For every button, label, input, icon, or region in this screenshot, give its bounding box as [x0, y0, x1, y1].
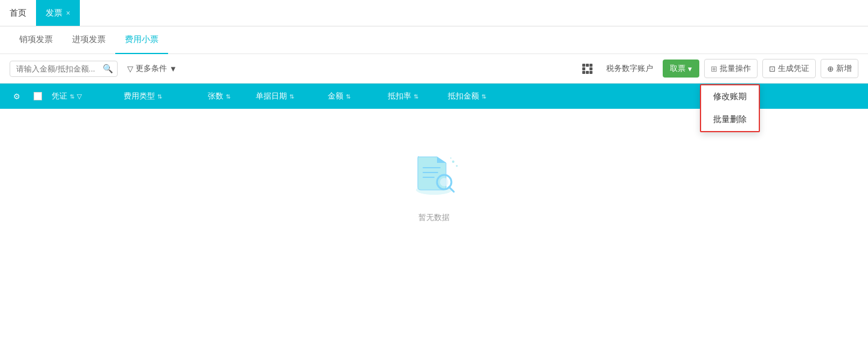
take-ticket-label: 取票 — [670, 63, 686, 74]
expense-type-sort-icon[interactable]: ⇅ — [157, 93, 162, 100]
new-icon: ⊕ — [827, 64, 834, 73]
invoice-tab[interactable]: 发票 × — [36, 0, 80, 26]
home-tab[interactable]: 首页 — [0, 0, 36, 26]
main-content: 销项发票 进项发票 费用小票 🔍 ▽ 更多条件 ▼ — [0, 26, 868, 351]
svg-point-5 — [440, 178, 448, 186]
gear-icon: ⚙ — [13, 92, 20, 101]
empty-state-icon — [404, 145, 464, 205]
th-expense-type: 费用类型 ⇅ — [119, 91, 203, 102]
gen-voucher-label: 生成凭证 — [778, 63, 809, 74]
filter-arrow-icon: ▼ — [169, 64, 177, 73]
filter-button[interactable]: ▽ 更多条件 ▼ — [122, 60, 182, 77]
take-ticket-button[interactable]: 取票 ▾ — [663, 60, 699, 78]
sub-tabs: 销项发票 进项发票 费用小票 — [0, 26, 868, 54]
th-deduct-rate: 抵扣率 ⇅ — [383, 91, 443, 102]
batch-op-label: 批量操作 — [720, 63, 751, 74]
th-voucher: 凭证 ⇅ ▽ — [47, 91, 119, 102]
toolbar-left: 🔍 ▽ 更多条件 ▼ — [10, 60, 573, 77]
gen-voucher-icon: ⊡ — [769, 64, 776, 73]
empty-text: 暂无数据 — [418, 212, 450, 223]
new-button[interactable]: ⊕ 新增 — [821, 59, 858, 78]
batch-op-dropdown: 修改账期 批量删除 — [700, 84, 760, 132]
voucher-sort-icon[interactable]: ⇅ — [70, 93, 74, 100]
dropdown-item-modify-period[interactable]: 修改账期 — [701, 85, 759, 108]
count-sort-icon[interactable]: ⇅ — [226, 93, 231, 100]
tab-sales[interactable]: 销项发票 — [10, 27, 62, 54]
deduct-amount-sort-icon[interactable]: ⇅ — [481, 93, 486, 100]
take-ticket-arrow-icon: ▾ — [688, 64, 692, 73]
invoice-tab-close[interactable]: × — [66, 9, 70, 17]
batch-operation-button[interactable]: ⊞ 批量操作 — [704, 59, 758, 78]
th-gear[interactable]: ⚙ — [5, 92, 29, 101]
header-checkbox[interactable] — [34, 92, 42, 100]
svg-point-9 — [450, 157, 451, 159]
toolbar: 🔍 ▽ 更多条件 ▼ 税务数字账户 — [0, 54, 868, 84]
tax-account-label: 税务数字账户 — [606, 64, 653, 73]
tab-purchase[interactable]: 进项发票 — [62, 27, 115, 54]
search-icon[interactable]: 🔍 — [103, 64, 113, 73]
svg-point-7 — [452, 160, 454, 163]
th-date: 单据日期 ⇅ — [251, 91, 323, 102]
gen-voucher-button[interactable]: ⊡ 生成凭证 — [762, 59, 816, 78]
top-nav: 首页 发票 × — [0, 0, 868, 26]
voucher-filter-icon[interactable]: ▽ — [77, 93, 82, 100]
qr-grid-icon — [582, 64, 592, 74]
search-wrap: 🔍 — [10, 61, 118, 77]
invoice-tab-label: 发票 — [46, 8, 62, 19]
svg-point-8 — [456, 165, 458, 167]
date-sort-icon[interactable]: ⇅ — [289, 93, 294, 100]
qr-scan-button[interactable] — [577, 59, 597, 78]
filter-label: 更多条件 — [136, 63, 167, 74]
search-input[interactable] — [10, 61, 118, 77]
th-count: 张数 ⇅ — [203, 91, 251, 102]
th-amount: 金额 ⇅ — [323, 91, 383, 102]
toolbar-right: 税务数字账户 取票 ▾ ⊞ 批量操作 ⊡ 生成凭证 ⊕ 新增 — [577, 59, 858, 78]
deduct-rate-sort-icon[interactable]: ⇅ — [414, 93, 418, 100]
dropdown-item-batch-delete[interactable]: 批量删除 — [701, 108, 759, 131]
th-deduct-amount: 抵扣金额 ⇅ — [443, 91, 515, 102]
th-checkbox[interactable] — [29, 92, 47, 100]
tax-account-button[interactable]: 税务数字账户 — [601, 60, 658, 77]
tab-expense[interactable]: 费用小票 — [115, 27, 168, 54]
batch-op-icon: ⊞ — [711, 64, 717, 73]
amount-sort-icon[interactable]: ⇅ — [346, 93, 351, 100]
new-label: 新增 — [836, 63, 852, 74]
filter-icon: ▽ — [127, 64, 133, 73]
